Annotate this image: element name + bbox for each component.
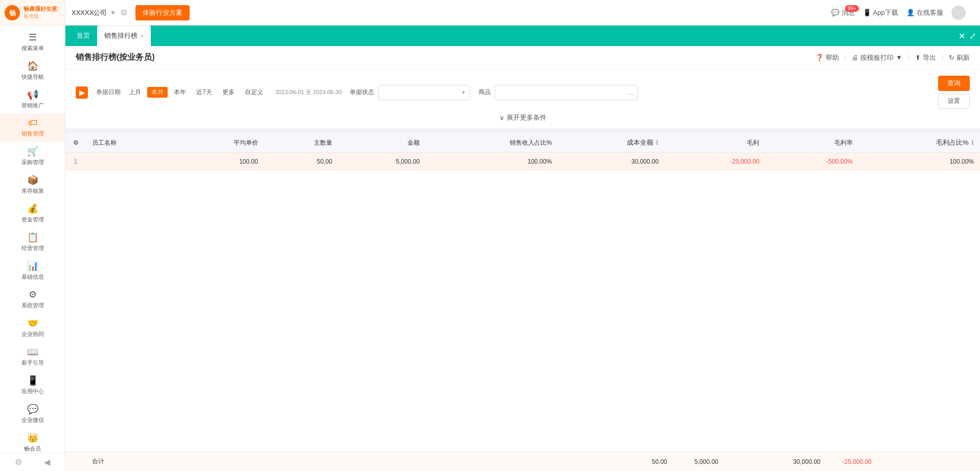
member-icon: 👑 (27, 432, 38, 443)
page-header-actions: ❓ 帮助 🖨 按模板打印 ▼ ⬆ 导出 ↻ 刷新 (815, 53, 970, 69)
date-range-display: 2023-06-01 至 2023-06-30 (276, 88, 342, 96)
footer-gross: -25,000.00 (821, 458, 872, 465)
sidebar-item-collab[interactable]: 🤝 企业协同 (0, 313, 65, 342)
sidebar-label-system: 系统管理 (21, 302, 44, 309)
refresh-button[interactable]: ↻ 刷新 (949, 53, 970, 62)
status-label: 单据状态 (350, 88, 374, 97)
sidebar-label-member: 畅会员 (24, 445, 41, 453)
app-download-button[interactable]: 📱 App下载 (863, 8, 898, 17)
topbar: XXXXX公司 ▼ ⚙ 体验行业方案 💬 消息 99+ 📱 App下载 👤 在线… (65, 0, 980, 26)
sidebar-label-guide: 新手引导 (21, 359, 44, 367)
filter-date-group: 单据日期 上月 本月 本年 近7天 更多 自定义 (96, 87, 267, 98)
divider-2 (908, 54, 909, 61)
help-button[interactable]: ❓ 帮助 (815, 53, 839, 62)
topbar-right: 💬 消息 99+ 📱 App下载 👤 在线客服 (831, 6, 974, 20)
date-opt-prev-month[interactable]: 上月 (125, 87, 145, 98)
search-menu-icon: ☰ (29, 32, 37, 43)
filter-toggle-button[interactable]: ▶ (76, 86, 88, 99)
service-button[interactable]: 👤 在线客服 (906, 8, 943, 17)
sidebar-item-inventory[interactable]: 📦 库存核算 (0, 170, 65, 199)
export-icon: ⬆ (915, 54, 921, 61)
query-button[interactable]: 查询 (938, 76, 970, 91)
app-label: App下载 (873, 8, 898, 17)
topbar-settings-button[interactable]: ⚙ (120, 8, 127, 17)
col-avg-price: 平均单价 (175, 133, 264, 153)
cell-cost: 30,000.00 (558, 153, 665, 171)
date-opt-this-month[interactable]: 本月 (147, 87, 168, 98)
status-select[interactable]: ▼ (378, 85, 470, 100)
goods-select[interactable]: … (495, 85, 638, 100)
col-gross: 毛利 (665, 133, 765, 153)
date-opt-this-year[interactable]: 本年 (170, 87, 190, 98)
logo-sub: 标准版 (24, 13, 57, 20)
tab-sales-rank-label: 销售排行榜 (104, 31, 138, 40)
content-area: 销售排行榜(按业务员) ❓ 帮助 🖨 按模板打印 ▼ ⬆ 导出 (65, 46, 980, 471)
date-opt-more[interactable]: 更多 (218, 87, 239, 98)
sidebar-item-purchase[interactable]: 🛒 采购管理 (0, 142, 65, 170)
cell-gross-pct: 100.00% (859, 153, 980, 171)
sidebar-settings-button[interactable]: ⚙ (15, 457, 22, 467)
sidebar-label-sales: 销售管理 (21, 130, 44, 138)
print-button[interactable]: 🖨 按模板打印 ▼ (852, 53, 902, 62)
trial-button[interactable]: 体验行业方案 (135, 5, 190, 20)
footer-main-qty: 50.00 (626, 458, 667, 465)
tab-home[interactable]: 首页 (70, 26, 97, 46)
date-opt-7days[interactable]: 近7天 (192, 87, 216, 98)
cell-name (86, 153, 175, 171)
sidebar-item-sales[interactable]: 🏷 销售管理 (0, 114, 65, 142)
sidebar-label-finance: 资金管理 (21, 216, 44, 223)
refresh-icon: ↻ (949, 54, 954, 61)
sidebar-item-system[interactable]: ⚙ 系统管理 (0, 285, 65, 313)
sidebar-item-nav[interactable]: 🏠 快捷导航 (0, 56, 65, 85)
print-icon: 🖨 (852, 54, 858, 61)
management-icon: 📋 (27, 232, 38, 243)
cell-sales-pct: 100.00% (426, 153, 558, 171)
service-label: 在线客服 (917, 8, 943, 17)
divider-1 (845, 54, 846, 61)
company-selector[interactable]: XXXXX公司 ▼ (72, 8, 116, 17)
cell-main-qty: 50.00 (264, 153, 338, 171)
sidebar-item-guide[interactable]: 📖 新手引导 (0, 342, 65, 371)
divider-3 (942, 54, 943, 61)
sidebar-item-wechat[interactable]: 💬 企业微信 (0, 399, 65, 428)
tab-maximize-icon[interactable]: ⤢ (969, 31, 976, 41)
date-opt-custom[interactable]: 自定义 (241, 87, 267, 98)
table-container: ⚙ 员工名称 平均单价 主数量 金额 销售收入占比% 成本全额 ℹ 毛利 毛利率 (65, 133, 980, 452)
col-settings: ⚙ (65, 133, 86, 153)
table-header-row: ⚙ 员工名称 平均单价 主数量 金额 销售收入占比% 成本全额 ℹ 毛利 毛利率 (65, 133, 980, 153)
sidebar-collapse-button[interactable]: ◀ (44, 457, 50, 467)
sidebar-item-basic[interactable]: 📊 基础信息 (0, 256, 65, 285)
avatar[interactable] (951, 6, 966, 20)
filter-goods-group: 商品 … (478, 85, 638, 100)
sidebar-footer: ⚙ ◀ (0, 453, 65, 471)
status-dropdown-icon: ▼ (461, 89, 466, 95)
col-main-qty: 主数量 (264, 133, 338, 153)
sidebar-item-finance[interactable]: 💰 资金管理 (0, 199, 65, 228)
tab-close-icon[interactable]: × (141, 33, 144, 39)
sidebar-item-marketing[interactable]: 📢 营销推广 (0, 85, 65, 114)
cell-gross: -25,000.00 (665, 153, 765, 171)
filter-more-icon[interactable]: … (627, 89, 633, 96)
sales-rank-table: ⚙ 员工名称 平均单价 主数量 金额 销售收入占比% 成本全额 ℹ 毛利 毛利率 (65, 133, 980, 171)
print-label: 按模板打印 (860, 53, 894, 62)
message-button[interactable]: 💬 消息 99+ (831, 8, 855, 17)
wechat-icon: 💬 (27, 403, 38, 415)
tab-sales-rank[interactable]: 销售排行榜 × (97, 26, 151, 46)
sidebar-item-search[interactable]: ☰ 搜索菜单 (0, 28, 65, 56)
guide-icon: 📖 (27, 346, 38, 357)
marketing-icon: 📢 (27, 89, 38, 100)
filter-expand-button[interactable]: ∨ 展开更多条件 (76, 113, 970, 122)
filter-setting-button[interactable]: 设置 (938, 93, 970, 109)
tab-close-window-icon[interactable]: ✕ (959, 31, 965, 41)
footer-label: 合计 (92, 457, 133, 466)
logo-icon: 畅 (4, 5, 20, 21)
message-badge: 99+ (845, 5, 859, 12)
sidebar-item-apps[interactable]: 📱 应用中心 (0, 371, 65, 399)
system-icon: ⚙ (29, 289, 37, 300)
sidebar-item-management[interactable]: 📋 经营管理 (0, 228, 65, 256)
sidebar-item-member[interactable]: 👑 畅会员 (0, 428, 65, 453)
refresh-label: 刷新 (956, 53, 970, 62)
sidebar-label-basic: 基础信息 (21, 273, 44, 281)
sidebar-label-marketing: 营销推广 (21, 102, 44, 109)
export-button[interactable]: ⬆ 导出 (915, 53, 936, 62)
